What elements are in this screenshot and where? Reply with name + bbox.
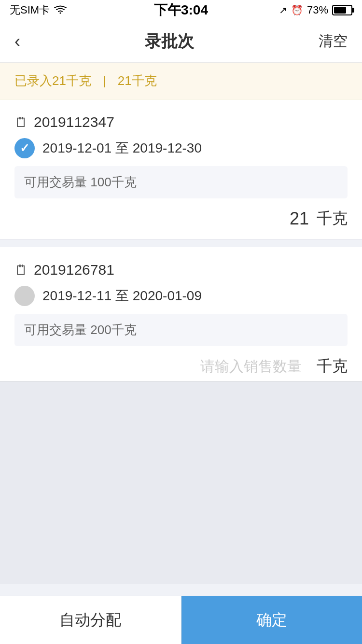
page-title: 录批次 [145, 30, 194, 53]
check-icon: ✓ [20, 141, 29, 155]
recorded-label: 已录入21千克 [14, 72, 91, 89]
batch-1-date-row[interactable]: ✓ 2019-12-01 至 2019-12-30 [14, 138, 348, 158]
battery-percent: 73% [307, 4, 328, 16]
auto-distribute-button[interactable]: 自动分配 [0, 596, 181, 644]
location-icon: ↗ [279, 4, 287, 16]
batch-2-quantity-row[interactable]: 千克 [0, 346, 362, 381]
batch-1-available-text: 可用交易量 100千克 [24, 175, 137, 189]
summary-banner: 已录入21千克 | 21千克 [0, 63, 362, 99]
batch-1-icon: 🗒 [14, 114, 28, 130]
batch-1-quantity-value: 21 [290, 209, 309, 229]
back-button[interactable]: ‹ [14, 31, 20, 52]
item-separator [0, 239, 362, 247]
batch-item-1: 🗒 2019112347 ✓ 2019-12-01 至 2019-12-30 可… [0, 99, 362, 198]
wifi-icon [54, 5, 67, 15]
batch-1-header: 🗒 2019112347 [14, 114, 348, 130]
batch-2-header: 🗒 2019126781 [14, 262, 348, 278]
confirm-button[interactable]: 确定 [181, 596, 362, 644]
batch-1-quantity-unit: 千克 [317, 208, 348, 229]
gray-area [0, 381, 362, 584]
nav-bar: ‹ 录批次 清空 [0, 20, 362, 63]
batch-1-id: 2019112347 [34, 114, 114, 130]
batch-2-id: 2019126781 [34, 262, 114, 278]
battery-icon [332, 5, 352, 15]
status-bar: 无SIM卡 下午3:04 ↗ ⏰ 73% [0, 0, 362, 20]
batch-2-availability: 可用交易量 200千克 [14, 314, 348, 346]
total-label: 21千克 [118, 72, 157, 89]
batch-1-radio[interactable]: ✓ [14, 138, 35, 158]
batch-1-date: 2019-12-01 至 2019-12-30 [42, 139, 202, 157]
status-time: 下午3:04 [154, 1, 208, 19]
batch-2-available-text: 可用交易量 200千克 [24, 322, 137, 337]
batch-1-availability: 可用交易量 100千克 [14, 166, 348, 198]
summary-divider: | [103, 73, 106, 88]
batch-2-quantity-input[interactable] [164, 358, 309, 375]
alarm-icon: ⏰ [291, 4, 303, 16]
status-right: ↗ ⏰ 73% [279, 4, 352, 16]
batch-2-quantity-unit: 千克 [317, 356, 348, 377]
status-left: 无SIM卡 [10, 3, 67, 17]
carrier-text: 无SIM卡 [10, 3, 50, 17]
batch-2-date: 2019-12-11 至 2020-01-09 [42, 287, 202, 305]
batch-2-icon: 🗒 [14, 262, 28, 278]
batch-2-radio[interactable] [14, 286, 35, 306]
batch-item-2: 🗒 2019126781 2019-12-11 至 2020-01-09 可用交… [0, 247, 362, 346]
bottom-bar: 自动分配 确定 [0, 596, 362, 644]
batch-2-date-row[interactable]: 2019-12-11 至 2020-01-09 [14, 286, 348, 306]
batch-1-quantity-row: 21 千克 [0, 198, 362, 239]
clear-button[interactable]: 清空 [319, 31, 348, 51]
